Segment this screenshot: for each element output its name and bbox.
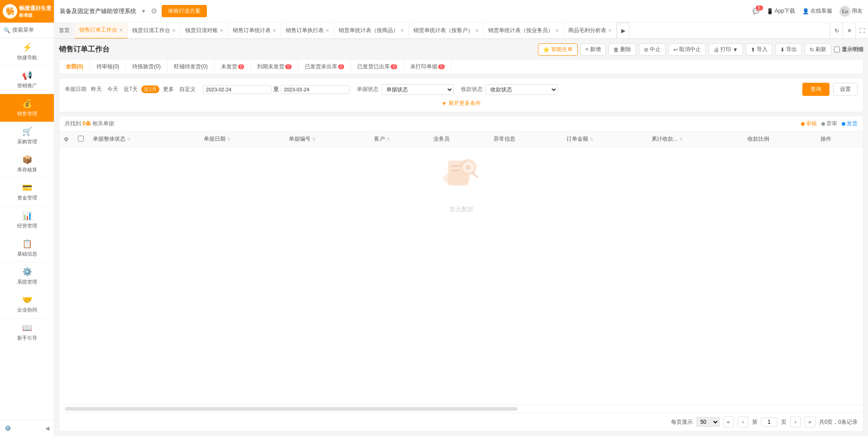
date-today[interactable]: 今天 [106,85,120,94]
tab-sales-workbench[interactable]: 销售订单工作台 ✕ [75,23,128,39]
col-customer-sort[interactable]: ⇅ [386,137,390,142]
col-number-sort[interactable]: ⇅ [312,137,316,142]
tab-margin[interactable]: 商品毛利分析表 ✕ [564,23,617,39]
date-from-input[interactable] [203,85,272,94]
tab-close-all-btn[interactable]: ✕ [843,23,855,39]
app-download-btn[interactable]: 📱 App下载 [767,7,795,15]
export-btn[interactable]: ⬇ 导出 [775,43,802,56]
suspend-btn[interactable]: ⊘ 中止 [639,43,666,56]
tab-sales-staff[interactable]: 销货单统计表（按业务员） ✕ [484,23,564,39]
filter-tab-wangpu[interactable]: 旺铺待发货(0) [168,60,215,74]
sidebar-item-finance[interactable]: 💳 资金管理 [0,178,54,206]
filter-tab-inspect[interactable]: 待拣验货(0) [126,60,168,74]
sidebar-item-guide[interactable]: 📖 新手引导 [0,318,54,346]
cancel-suspend-btn[interactable]: ↩ 取消中止 [668,43,706,56]
filter-tab-unshipped[interactable]: 未发货0 [215,60,251,74]
tab-maximize-btn[interactable]: ⛶ [855,23,868,39]
date-custom[interactable]: 自定义 [177,85,197,94]
col-amount-sort[interactable]: ⇅ [590,137,593,142]
query-btn[interactable]: 查询 [802,83,830,96]
filter-tab-unprinted[interactable]: 未打印单据0 [404,60,451,74]
user-avatar[interactable]: Ea 用友 [839,6,863,17]
next-page-btn[interactable]: › [790,417,801,427]
date-7days[interactable]: 近7天 [122,85,139,94]
filter-tab-pending[interactable]: 待审核(0) [90,60,126,74]
sidebar-item-marketing[interactable]: 📢 营销推广 [0,66,54,94]
import-btn[interactable]: ⬆ 导入 [746,43,772,56]
tab-sales-workbench-close[interactable]: ✕ [119,28,123,33]
date-more[interactable]: 更多 [161,85,176,94]
batch-ship-btn[interactable]: 发货 [842,120,858,128]
collapse-icon[interactable]: ◀ [45,425,49,431]
page-input[interactable] [761,417,777,427]
last-page-btn[interactable]: » [805,417,815,427]
date-yesterday[interactable]: 昨天 [89,85,104,94]
tab-sales-product[interactable]: 销货单统计表（按商品） ✕ [334,23,409,39]
tab-cash-reconcile-close[interactable]: ✕ [220,28,223,33]
col-date-sort[interactable]: ⇅ [227,137,230,142]
tab-sales-exec-close[interactable]: ✕ [326,28,329,33]
add-label: + 新增 [585,46,601,53]
refresh-btn[interactable]: ↻ 刷新 [805,43,831,56]
tab-cash-clear[interactable]: 钱货日清工作台 ✕ [128,23,181,39]
scrollbar-thumb[interactable] [65,407,518,411]
col-check[interactable] [73,132,88,147]
print-btn[interactable]: 🖨 打印 ▼ [709,43,743,56]
col-settings[interactable]: ⚙ [59,132,73,147]
tab-cash-clear-close[interactable]: ✕ [172,28,176,33]
delete-btn[interactable]: 🗑 删除 [609,43,636,56]
date-1month[interactable]: 近1月 [141,85,159,93]
message-btn[interactable]: 💬 6 [753,8,759,14]
tab-sales-product-close[interactable]: ✕ [400,28,404,33]
per-page-select[interactable]: 50 100 [696,417,719,427]
setting-btn[interactable]: 设置 [833,83,858,96]
settings-icon[interactable]: ⚙️ [5,425,11,431]
horizontal-scrollbar[interactable] [59,405,863,412]
tab-refresh-btn[interactable]: ↻ [830,23,843,39]
filter-tab-shipped-out[interactable]: 已发货已出库0 [351,60,404,74]
batch-approve-btn[interactable]: 审核 [801,120,817,128]
search-menu[interactable]: 🔍 搜索菜单 [0,23,54,38]
page-label-prefix: 第 [752,418,758,426]
sidebar-item-basic[interactable]: 📋 基础信息 [0,234,54,262]
sidebar-item-operations[interactable]: 📊 经营管理 [0,206,54,234]
col-status-sort[interactable]: ⇅ [127,137,130,142]
sidebar-item-cooperation[interactable]: 🤝 企业协同 [0,290,54,318]
cooperation-icon: 🤝 [22,295,32,305]
date-to-input[interactable] [281,85,350,94]
sidebar-item-purchase[interactable]: 🛒 采购管理 [0,122,54,150]
tabs-scroll-right[interactable]: ▶ [617,23,629,39]
col-collected-sort[interactable]: ⇅ [679,137,683,142]
filter-tab-overdue[interactable]: 到期未发货0 [251,60,298,74]
smart-create-btn[interactable]: ⭐ 智能生单 [538,43,578,56]
tab-margin-close[interactable]: ✕ [608,28,612,33]
tab-sales-exec[interactable]: 销售订单执行表 ✕ [281,23,334,39]
tab-sales-stats-close[interactable]: ✕ [273,28,276,33]
batch-revoke-btn[interactable]: 弃审 [821,120,837,128]
show-detail-checkbox[interactable] [834,47,840,52]
filter-tab-all[interactable]: 全部(0) [59,60,90,74]
tab-sales-customer[interactable]: 销货单统计表（按客户） ✕ [409,23,484,39]
dropdown-icon[interactable]: ▼ [141,8,146,14]
tab-sales-staff-close[interactable]: ✕ [555,28,559,33]
industry-btn[interactable]: 体验行业方案 [162,5,207,17]
filter-tab-shipped-not-out[interactable]: 已发货未出库0 [298,60,351,74]
tab-cash-reconcile[interactable]: 钱货日清对账 ✕ [181,23,228,39]
sidebar-item-sales[interactable]: 💰 销售管理 [0,94,54,122]
sidebar-item-quick-nav[interactable]: ⚡ 快捷导航 [0,38,54,66]
prev-page-btn[interactable]: ‹ [738,417,748,427]
tab-home[interactable]: 首页 [54,23,75,39]
add-btn[interactable]: + 新增 [580,43,606,56]
show-detail-toggle[interactable]: 显示明细 [834,46,863,53]
payment-select[interactable]: 收款状态 [485,84,558,95]
online-service-btn[interactable]: 👤 在线客服 [802,7,832,15]
expand-conditions-btn[interactable]: ▼ 展开更多条件 [441,100,481,107]
status-select[interactable]: 单据状态 [381,84,454,95]
tab-sales-stats[interactable]: 销售订单统计表 ✕ [228,23,281,39]
select-all-checkbox[interactable] [78,136,84,142]
first-page-btn[interactable]: « [723,417,734,427]
sidebar-item-inventory[interactable]: 📦 库存核算 [0,150,54,178]
sidebar-item-system[interactable]: ⚙️ 系统管理 [0,262,54,290]
tab-sales-customer-close[interactable]: ✕ [475,28,479,33]
gear-icon[interactable]: ⚙ [151,7,157,15]
